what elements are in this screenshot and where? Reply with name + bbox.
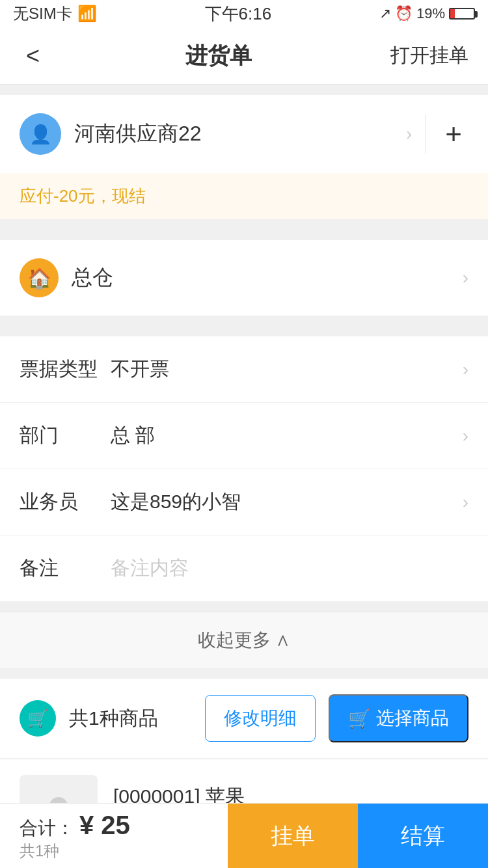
nav-bar: < 进货单 打开挂单 (0, 27, 488, 85)
select-icon: 🛒 (348, 708, 371, 729)
warehouse-section[interactable]: 🏠 总仓 › (0, 240, 488, 316)
bottom-total: 合计： ¥ 25 共1种 (0, 811, 228, 861)
invoice-type-row[interactable]: 票据类型 不开票 › (0, 336, 488, 403)
divider-3 (0, 316, 488, 326)
house-icon: 🏠 (27, 267, 51, 290)
hang-button[interactable]: 挂单 (228, 804, 358, 869)
invoice-type-label: 票据类型 (20, 356, 98, 383)
products-count: 共1种商品 (69, 705, 192, 732)
invoice-type-value: 不开票 (98, 356, 463, 383)
department-value: 总 部 (98, 422, 463, 449)
status-left: 无SIM卡 📶 (13, 3, 97, 24)
form-section: 票据类型 不开票 › 部门 总 部 › 业务员 这是859的小智 › 备注 备注… (0, 336, 488, 601)
hang-label: 挂单 (271, 821, 315, 851)
supplier-name: 河南供应商22 (74, 120, 406, 148)
supplier-vertical-divider (425, 115, 426, 154)
warehouse-chevron-icon: › (463, 267, 468, 288)
salesperson-value: 这是859的小智 (98, 489, 463, 515)
divider-2 (0, 219, 488, 230)
notice-bar: 应付-20元，现结 (0, 173, 488, 219)
back-button[interactable]: < (20, 36, 46, 76)
department-row[interactable]: 部门 总 部 › (0, 403, 488, 469)
status-bar: 无SIM卡 📶 下午6:16 ↗ ⏰ 19% (0, 0, 488, 27)
alarm-icon: ⏰ (395, 5, 413, 22)
status-right: ↗ ⏰ 19% (379, 5, 475, 22)
location-icon: ↗ (379, 5, 391, 22)
notice-text: 应付-20元，现结 (20, 186, 146, 206)
collapse-button[interactable]: 收起更多 ∧ (0, 612, 488, 668)
warehouse-row: 🏠 总仓 › (20, 240, 468, 316)
bag-icon: 🛒 (27, 709, 48, 729)
network-label: 无SIM卡 (13, 3, 72, 24)
page-title: 进货单 (185, 41, 252, 71)
warehouse-name: 总仓 (72, 264, 463, 292)
select-product-button[interactable]: 🛒 选择商品 (329, 694, 468, 742)
department-label: 部门 (20, 422, 98, 449)
supplier-row[interactable]: 👤 河南供应商22 › (20, 95, 412, 173)
supplier-section: 👤 河南供应商22 › + (0, 95, 488, 173)
products-header: 🛒 共1种商品 修改明细 🛒 选择商品 (0, 679, 488, 758)
remark-row[interactable]: 备注 备注内容 (0, 536, 488, 601)
wifi-icon: 📶 (77, 5, 97, 23)
avatar-icon: 👤 (29, 124, 52, 145)
settle-label: 结算 (401, 821, 445, 851)
salesperson-chevron-icon: › (463, 492, 468, 513)
supplier-chevron-icon: › (406, 124, 412, 144)
open-hang-button[interactable]: 打开挂单 (390, 42, 468, 69)
salesperson-row[interactable]: 业务员 这是859的小智 › (0, 469, 488, 536)
divider-1 (0, 85, 488, 95)
battery-percent: 19% (416, 5, 445, 22)
select-label: 选择商品 (376, 706, 449, 731)
total-label: 合计： (20, 816, 74, 841)
battery-icon (449, 8, 475, 20)
bottom-bar: 合计： ¥ 25 共1种 挂单 结算 (0, 803, 488, 868)
total-amount: ¥ 25 (79, 811, 130, 840)
products-icon: 🛒 (20, 700, 56, 737)
settle-button[interactable]: 结算 (358, 804, 488, 869)
total-sub: 共1种 (20, 841, 208, 861)
add-supplier-button[interactable]: + (439, 111, 468, 157)
invoice-type-chevron-icon: › (463, 359, 468, 380)
supplier-avatar: 👤 (20, 113, 61, 155)
warehouse-icon: 🏠 (20, 258, 59, 297)
status-time: 下午6:16 (205, 3, 272, 25)
remark-label: 备注 (20, 555, 98, 582)
total-row: 合计： ¥ 25 (20, 811, 208, 841)
remark-value[interactable]: 备注内容 (98, 555, 468, 582)
salesperson-label: 业务员 (20, 489, 98, 515)
edit-detail-button[interactable]: 修改明细 (205, 695, 316, 742)
collapse-label: 收起更多 ∧ (198, 630, 291, 650)
department-chevron-icon: › (463, 426, 468, 446)
